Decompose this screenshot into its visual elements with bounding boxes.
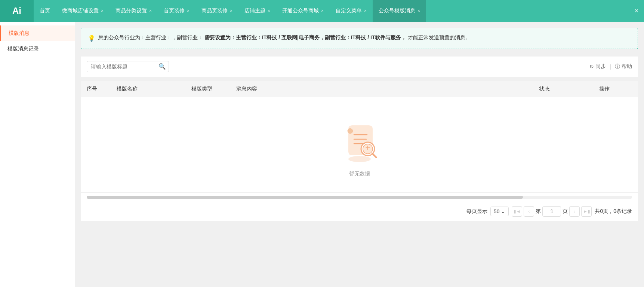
page-size-select[interactable]: 50 ⌄ xyxy=(490,207,509,216)
nav-tab[interactable]: 商品分类设置× xyxy=(110,0,158,22)
last-page-button[interactable]: ►▮ xyxy=(581,206,592,217)
svg-line-6 xyxy=(372,153,376,158)
table-wrapper: 序号模版名称模版类型消息内容状态操作 xyxy=(81,81,638,221)
tab-close-icon[interactable]: × xyxy=(230,8,232,13)
total-info: 共0页，0条记录 xyxy=(595,208,632,215)
svg-point-0 xyxy=(348,156,371,162)
fake-scrollbar[interactable] xyxy=(87,196,632,199)
tab-close-icon[interactable]: × xyxy=(364,8,367,13)
page-size-label: 每页显示 xyxy=(466,208,487,215)
top-nav: Ai 首页微商城店铺设置×商品分类设置×首页装修×商品页装修×店铺主题×开通公众… xyxy=(0,0,644,22)
empty-text: 暂无数据 xyxy=(349,171,370,177)
scrollbar-thumb xyxy=(87,196,523,199)
search-left: 🔍 xyxy=(87,61,169,72)
search-icon[interactable]: 🔍 xyxy=(158,63,166,70)
page-number-input[interactable] xyxy=(542,206,561,217)
main-layout: 模版消息模版消息记录 💡 您的公众号行业为：主营行业：，副营行业： 需要设置为：… xyxy=(0,22,644,287)
page-nav: ▮◄ ‹ 第 页 › ►▮ xyxy=(512,206,592,217)
divider: | xyxy=(610,64,611,70)
prev-page-button[interactable]: ‹ xyxy=(524,206,534,217)
data-table: 序号模版名称模版类型消息内容状态操作 xyxy=(81,81,638,97)
nav-tab[interactable]: 首页 xyxy=(34,0,56,22)
pagination: 每页显示 50 ⌄ ▮◄ ‹ 第 页 › ►▮ 共0页，0条记录 xyxy=(81,202,638,221)
nav-tab[interactable]: 公众号模版消息× xyxy=(373,0,426,22)
table-header-cell: 模版类型 xyxy=(185,81,230,97)
content-area: 💡 您的公众号行业为：主营行业：，副营行业： 需要设置为：主营行业：IT科技 /… xyxy=(75,22,644,287)
table-header-cell: 操作 xyxy=(593,81,638,97)
app-logo[interactable]: Ai xyxy=(0,0,34,22)
notice-highlight: 需要设置为：主营行业：IT科技 / 互联网|电子商务，副营行业：IT科技 / I… xyxy=(204,34,407,40)
close-all-button[interactable]: × xyxy=(629,0,644,22)
tab-close-icon[interactable]: × xyxy=(417,8,420,13)
help-button[interactable]: ⓘ 帮助 xyxy=(615,63,632,70)
table-header-cell: 模版名称 xyxy=(111,81,185,97)
table-header-cell: 消息内容 xyxy=(230,81,533,97)
table-header: 序号模版名称模版类型消息内容状态操作 xyxy=(81,81,638,97)
sync-label: 同步 xyxy=(595,63,606,70)
sidebar-item[interactable]: 模版消息 xyxy=(0,25,75,41)
notice-text: 您的公众号行业为：主营行业：，副营行业： 需要设置为：主营行业：IT科技 / 互… xyxy=(98,33,631,42)
notice-prefix: 您的公众号行业为：主营行业：，副营行业： xyxy=(98,34,203,40)
header-row: 序号模版名称模版类型消息内容状态操作 xyxy=(81,81,638,97)
tab-close-icon[interactable]: × xyxy=(187,8,189,13)
page-size-value: 50 xyxy=(494,208,500,214)
tab-close-icon[interactable]: × xyxy=(101,8,104,13)
nav-tab[interactable]: 店铺主题× xyxy=(238,0,276,22)
tab-close-icon[interactable]: × xyxy=(321,8,324,13)
page-label-after: 页 xyxy=(563,208,568,215)
search-input[interactable] xyxy=(87,61,169,72)
help-label: 帮助 xyxy=(622,63,632,70)
next-page-button[interactable]: › xyxy=(569,206,580,217)
sidebar: 模版消息模版消息记录 xyxy=(0,22,75,287)
scrollbar-area xyxy=(81,192,638,202)
nav-tab[interactable]: 开通公众号商城× xyxy=(276,0,330,22)
nav-tabs: 首页微商城店铺设置×商品分类设置×首页装修×商品页装修×店铺主题×开通公众号商城… xyxy=(34,0,629,22)
search-input-wrapper: 🔍 xyxy=(87,61,169,72)
nav-tab[interactable]: 首页装修× xyxy=(158,0,195,22)
search-right: ↻ 同步 | ⓘ 帮助 xyxy=(589,63,632,70)
nav-tab[interactable]: 自定义菜单× xyxy=(330,0,373,22)
table-header-cell: 序号 xyxy=(81,81,111,97)
notice-icon: 💡 xyxy=(88,34,95,43)
page-size-chevron-icon: ⌄ xyxy=(501,208,505,214)
nav-tab[interactable]: 商品页装修× xyxy=(195,0,238,22)
search-bar: 🔍 ↻ 同步 | ⓘ 帮助 xyxy=(81,57,638,77)
sync-icon: ↻ xyxy=(589,64,594,70)
notice-suffix: 才能正常发送预置的消息。 xyxy=(408,34,471,40)
tab-close-icon[interactable]: × xyxy=(268,8,270,13)
notice-box: 💡 您的公众号行业为：主营行业：，副营行业： 需要设置为：主营行业：IT科技 /… xyxy=(81,28,638,49)
sidebar-item[interactable]: 模版消息记录 xyxy=(0,41,75,57)
empty-illustration xyxy=(337,120,382,165)
tab-close-icon[interactable]: × xyxy=(149,8,152,13)
help-icon: ⓘ xyxy=(615,63,620,70)
empty-state: 暂无数据 xyxy=(81,97,638,192)
table-header-cell: 状态 xyxy=(533,81,593,97)
page-label-before: 第 xyxy=(536,208,541,215)
sync-button[interactable]: ↻ 同步 xyxy=(589,63,606,70)
first-page-button[interactable]: ▮◄ xyxy=(512,206,522,217)
nav-tab[interactable]: 微商城店铺设置× xyxy=(56,0,110,22)
